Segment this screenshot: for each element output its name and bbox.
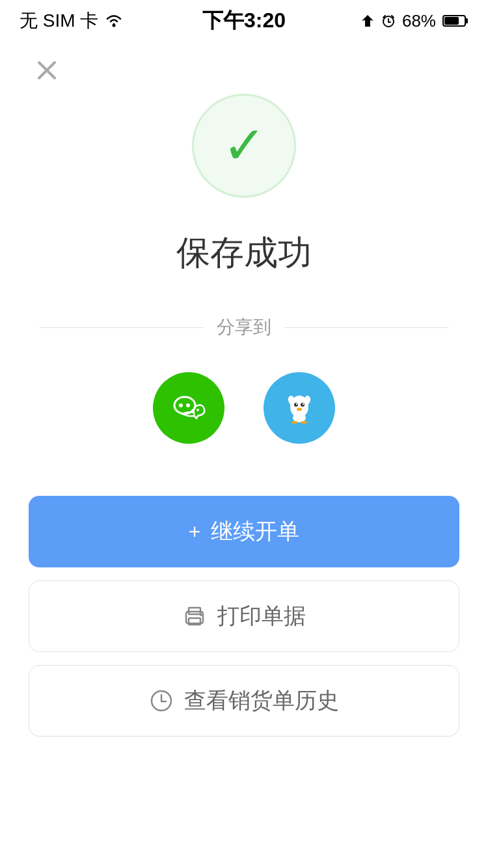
print-label: 打印单据 bbox=[217, 601, 306, 631]
status-bar: 无 SIM 卡 下午3:20 68% bbox=[0, 0, 488, 42]
share-divider: 分享到 bbox=[0, 315, 488, 340]
history-button[interactable]: 查看销货单历史 bbox=[29, 665, 459, 737]
battery-icon bbox=[442, 14, 468, 28]
success-title: 保存成功 bbox=[176, 230, 312, 276]
clock-icon bbox=[149, 688, 174, 713]
wechat-icon bbox=[168, 387, 210, 429]
action-buttons: + 继续开单 打印单据 查看销货单历史 bbox=[0, 496, 488, 737]
checkmark-icon: ✓ bbox=[223, 120, 266, 172]
svg-point-11 bbox=[197, 409, 199, 411]
wechat-share-button[interactable] bbox=[153, 372, 224, 444]
svg-point-20 bbox=[293, 413, 306, 422]
svg-point-13 bbox=[294, 403, 298, 407]
printer-icon bbox=[182, 604, 207, 629]
qq-share-button[interactable] bbox=[264, 372, 335, 444]
svg-point-15 bbox=[296, 403, 297, 405]
main-content: ✓ 保存成功 分享到 bbox=[0, 42, 488, 737]
alarm-icon bbox=[381, 14, 396, 28]
print-button[interactable]: 打印单据 bbox=[29, 580, 459, 652]
divider-line-right bbox=[284, 327, 449, 328]
svg-point-17 bbox=[297, 408, 302, 411]
battery-percent: 68% bbox=[402, 11, 436, 31]
plus-icon: + bbox=[189, 520, 201, 544]
svg-point-10 bbox=[191, 409, 194, 412]
svg-point-8 bbox=[179, 403, 183, 407]
status-right: 68% bbox=[360, 11, 468, 31]
share-icons bbox=[153, 372, 335, 444]
success-circle: ✓ bbox=[192, 94, 296, 198]
location-icon bbox=[360, 14, 375, 28]
close-icon bbox=[34, 57, 60, 83]
svg-point-21 bbox=[291, 421, 298, 424]
history-label: 查看销货单历史 bbox=[184, 686, 339, 716]
wifi-icon bbox=[105, 14, 123, 28]
svg-point-9 bbox=[186, 403, 190, 407]
continue-label: 继续开单 bbox=[211, 517, 299, 547]
continue-button[interactable]: + 继续开单 bbox=[29, 496, 459, 567]
svg-point-22 bbox=[301, 421, 307, 424]
close-button[interactable] bbox=[29, 52, 65, 88]
svg-point-16 bbox=[303, 403, 304, 405]
svg-point-0 bbox=[113, 24, 116, 27]
share-divider-text: 分享到 bbox=[217, 315, 271, 340]
status-left: 无 SIM 卡 bbox=[20, 8, 123, 33]
divider-line-left bbox=[39, 327, 204, 328]
svg-rect-3 bbox=[465, 18, 468, 23]
qq-icon bbox=[278, 387, 320, 429]
svg-point-14 bbox=[301, 403, 305, 407]
svg-point-26 bbox=[200, 614, 202, 616]
svg-rect-4 bbox=[444, 17, 459, 25]
sim-status: 无 SIM 卡 bbox=[20, 8, 98, 33]
status-time: 下午3:20 bbox=[202, 7, 286, 35]
